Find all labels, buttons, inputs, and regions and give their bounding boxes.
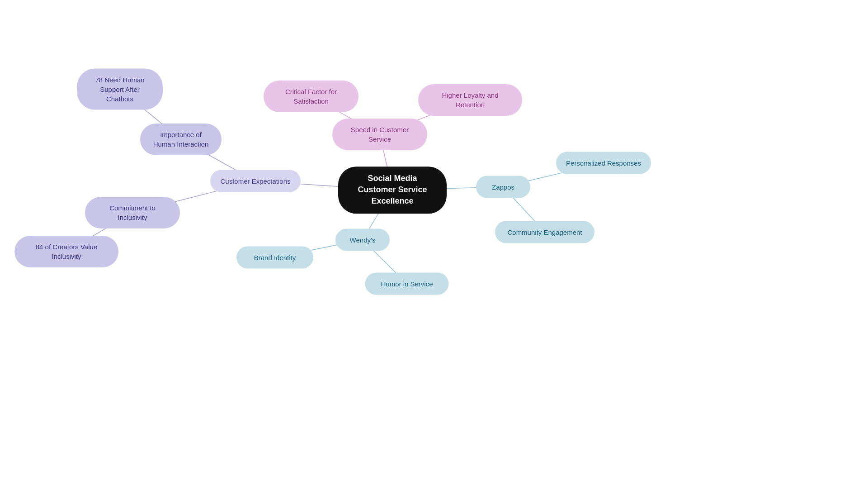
node-creatorsValueInclusivity[interactable]: 84 of Creators Value Inclusivity: [14, 236, 118, 267]
node-wendys[interactable]: Wendy's: [335, 229, 390, 251]
node-criticalFactor[interactable]: Critical Factor for Satisfaction: [264, 81, 359, 112]
node-commitmentInclusivity[interactable]: Commitment to Inclusivity: [85, 197, 180, 228]
node-customerExpectations[interactable]: Customer Expectations: [210, 170, 301, 192]
node-center[interactable]: Social Media Customer Service Excellence: [338, 167, 447, 214]
node-higherLoyalty[interactable]: Higher Loyalty and Retention: [418, 84, 522, 116]
mindmap-canvas: Social Media Customer Service Excellence…: [0, 0, 868, 490]
node-zappos[interactable]: Zappos: [476, 176, 530, 198]
node-humorInService[interactable]: Humor in Service: [365, 273, 449, 295]
node-importanceHumanInteraction[interactable]: Importance of Human Interaction: [140, 124, 222, 155]
node-communityEngagement[interactable]: Community Engagement: [495, 221, 594, 243]
node-speedCustomerService[interactable]: Speed in Customer Service: [332, 119, 427, 150]
node-brandIdentity[interactable]: Brand Identity: [236, 247, 313, 269]
node-personalizedResponses[interactable]: Personalized Responses: [556, 152, 651, 174]
node-needHumanSupport[interactable]: 78 Need Human Support After Chatbots: [77, 69, 163, 110]
